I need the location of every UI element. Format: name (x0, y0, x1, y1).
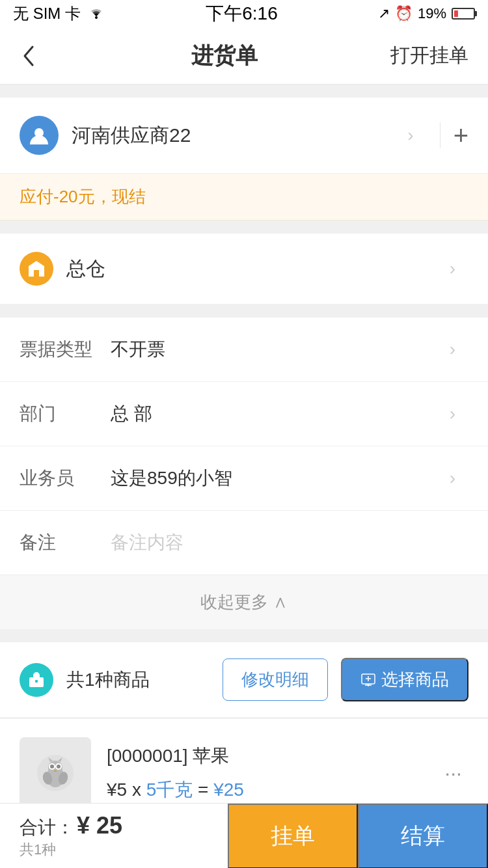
form-section: 票据类型 不开票 › 部门 总 部 › 业务员 这是859的小智 › 备注 备注… (0, 317, 488, 575)
product-thumbnail (20, 737, 91, 809)
remark-input[interactable]: 备注内容 (111, 530, 468, 555)
nav-bar: 进货单 打开挂单 (0, 27, 488, 85)
equals-sign: = (198, 780, 213, 800)
status-right: ↗ ⏰ 19% (378, 5, 475, 22)
collapse-button[interactable]: 收起更多 ∧ (0, 575, 488, 629)
total-label: 合计： (20, 815, 74, 840)
total-amount: ¥ 25 (77, 812, 122, 839)
product-header: 共1种商品 修改明细 选择商品 (0, 642, 488, 717)
supplier-row[interactable]: 河南供应商22 › + (0, 98, 488, 174)
remark-label: 备注 (20, 530, 111, 555)
price-separator: x (132, 780, 146, 800)
supplier-divider (440, 122, 441, 148)
bottom-bar: 合计： ¥ 25 共1种 挂单 结算 (0, 803, 488, 868)
checkout-button[interactable]: 结算 (358, 804, 488, 869)
salesman-row[interactable]: 业务员 这是859的小智 › (0, 446, 488, 510)
edit-detail-button[interactable]: 修改明细 (223, 658, 328, 701)
warehouse-icon (20, 252, 53, 286)
invoice-type-label: 票据类型 (20, 337, 111, 362)
svg-point-0 (95, 16, 98, 19)
product-price: ¥5 x 5千克 = ¥25 (107, 778, 438, 802)
supplier-name: 河南供应商22 (72, 122, 407, 149)
supplier-arrow-icon: › (407, 125, 413, 146)
svg-rect-2 (34, 270, 39, 277)
salesman-label: 业务员 (20, 466, 111, 491)
total-count: 共1种 (20, 840, 208, 860)
product-name: [0000001] 苹果 (107, 744, 438, 768)
product-more-button[interactable]: ··· (438, 755, 468, 792)
department-arrow-icon: › (450, 403, 455, 424)
alarm-icon: ⏰ (395, 5, 413, 22)
salesman-arrow-icon: › (450, 468, 455, 489)
unit-price: ¥5 (107, 780, 127, 800)
back-button[interactable] (20, 42, 59, 70)
product-icon (20, 663, 53, 697)
status-bar: 无 SIM 卡 下午6:16 ↗ ⏰ 19% (0, 0, 488, 27)
product-title: 苹果 (193, 746, 229, 766)
pending-button[interactable]: 挂单 (228, 804, 358, 869)
warehouse-row[interactable]: 总仓 › (0, 234, 488, 304)
warehouse-arrow-icon: › (450, 258, 455, 279)
svg-rect-4 (35, 680, 38, 683)
remark-row[interactable]: 备注 备注内容 (0, 510, 488, 575)
status-time: 下午6:16 (206, 1, 278, 26)
status-left: 无 SIM 卡 (13, 3, 105, 24)
product-code: [0000001] (107, 746, 188, 766)
select-product-button[interactable]: 选择商品 (341, 658, 468, 701)
add-supplier-button[interactable]: + (454, 121, 468, 150)
location-icon: ↗ (378, 5, 390, 22)
page-title: 进货单 (191, 41, 258, 71)
select-product-label: 选择商品 (381, 668, 449, 691)
carrier-text: 无 SIM 卡 (13, 3, 81, 24)
warehouse-section: 总仓 › (0, 234, 488, 304)
product-info: [0000001] 苹果 ¥5 x 5千克 = ¥25 (107, 744, 438, 802)
gap4 (0, 629, 488, 642)
wifi-icon (87, 5, 105, 23)
warehouse-name: 总仓 (66, 256, 450, 282)
subtotal: ¥25 (213, 780, 244, 800)
invoice-type-arrow-icon: › (450, 339, 455, 360)
supplier-info-banner: 应付-20元，现结 (0, 174, 488, 221)
gap2 (0, 221, 488, 234)
invoice-type-value: 不开票 (111, 337, 450, 362)
gap1 (0, 85, 488, 98)
department-row[interactable]: 部门 总 部 › (0, 381, 488, 446)
supplier-section: 河南供应商22 › + 应付-20元，现结 (0, 98, 488, 221)
product-count: 共1种商品 (66, 668, 210, 692)
battery-icon (452, 8, 475, 20)
gap3 (0, 304, 488, 317)
battery-percent: 19% (418, 5, 446, 22)
invoice-type-row[interactable]: 票据类型 不开票 › (0, 317, 488, 381)
svg-point-16 (57, 765, 61, 768)
supplier-avatar (20, 116, 59, 155)
quantity: 5千克 (146, 780, 193, 800)
svg-point-15 (50, 765, 54, 768)
salesman-value: 这是859的小智 (111, 466, 450, 491)
total-section: 合计： ¥ 25 共1种 (0, 812, 228, 860)
department-value: 总 部 (111, 401, 450, 426)
department-label: 部门 (20, 401, 111, 426)
open-pending-button[interactable]: 打开挂单 (390, 42, 468, 69)
